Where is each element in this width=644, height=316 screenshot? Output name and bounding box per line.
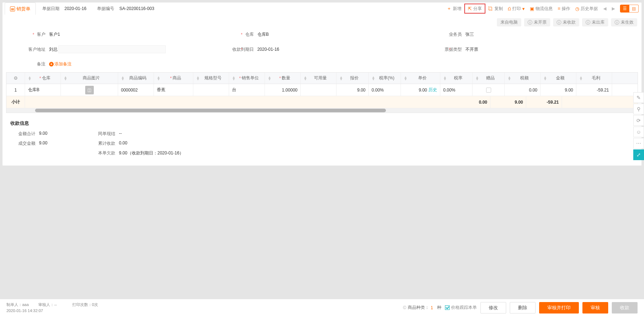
deal-value: 9.00 [39, 140, 47, 147]
copy-button[interactable]: ⿻复制 [486, 4, 505, 14]
scrollbar-thumb[interactable] [35, 109, 386, 112]
sales-label: 业务员 [426, 31, 465, 38]
cell-qty: 1.00000 [265, 84, 301, 96]
col-price[interactable]: ▲▼单价 [401, 73, 440, 84]
ops-button[interactable]: ⌗操作 [556, 4, 572, 14]
printcnt-value: 0次 [92, 302, 98, 307]
col-img[interactable]: ▲▼商品图片 [61, 73, 118, 84]
checkbox-icon [445, 305, 450, 310]
gear-icon: ⚙ [14, 75, 18, 81]
plus-icon: ＋ [447, 5, 451, 12]
gift-checkbox[interactable] [486, 88, 491, 93]
customer-value[interactable]: 客户1 [49, 31, 60, 38]
col-amount[interactable]: ▲▼金额 [541, 73, 576, 84]
logistics-button[interactable]: ▣物流信息 [528, 4, 555, 14]
addr-input[interactable] [58, 45, 166, 53]
col-warehouse[interactable]: ▲▼*仓库 [25, 73, 61, 84]
next-nav[interactable]: ▶ [609, 5, 617, 13]
history-button[interactable]: ◷历史单据 [573, 4, 600, 14]
rail-refresh[interactable]: ⟳ [633, 115, 644, 126]
copy-icon: ⿻ [488, 6, 493, 11]
cell-unit: 台 [229, 84, 265, 96]
col-tax[interactable]: ▲▼税额 [505, 73, 541, 84]
h-scrollbar[interactable] [6, 108, 638, 113]
truck-icon: ▣ [530, 6, 534, 11]
info-icon: i [586, 20, 590, 25]
right-rail: ✎ ⚲ ⟳ ☺ ⋯ ⤢ [633, 92, 644, 160]
view-list[interactable]: ☰ [620, 5, 629, 13]
addr-label: 客户地址 [10, 46, 49, 53]
header-meta: 单据日期2020-01-16 单据编号SA-20200116-003 [42, 6, 154, 12]
cell-avail [301, 84, 336, 96]
auditor-value: -- [54, 302, 57, 307]
audit-button[interactable]: 审核 [582, 302, 608, 313]
form-area: 客户客户1 仓库仓库B 业务员张三 客户地址刘总 收款到期日2020-01-16… [3, 28, 641, 72]
cell-gross: -59.21 [576, 84, 612, 96]
plus-circle-icon: + [49, 62, 54, 66]
chip-source: 来自电脑 [497, 18, 521, 26]
footer-time: 2020-01-16 14:32:07 [6, 308, 98, 313]
customer-label: 客户 [10, 31, 49, 38]
sales-value[interactable]: 张三 [465, 31, 474, 38]
status-chips: 来自电脑 i未开票 i未收款 i未出库 i未生效 [3, 15, 641, 28]
due-value[interactable]: 2020-01-16 [257, 47, 279, 52]
cell-taxrate: 0.00% [440, 84, 473, 96]
col-code[interactable]: ▲▼商品编码 [118, 73, 154, 84]
footer-info: 制单人：aaa 审核人：-- 打印次数：0次 2020-01-16 14:32:… [6, 302, 98, 313]
print-icon: ⎙ [508, 6, 511, 11]
price-history-link[interactable]: 历史 [428, 87, 437, 93]
rail-fullscreen[interactable]: ⤢ [633, 149, 644, 160]
cell-spec [193, 84, 229, 96]
subtotal-row: 小计 0.00 9.00 -59.21 [6, 96, 638, 108]
table-row[interactable]: 1 仓库B ◫ 0000002 香蕉 台 1.00000 9.00 0.00% … [6, 84, 638, 96]
warehouse-value[interactable]: 仓库B [257, 31, 269, 38]
col-taxrate[interactable]: ▲▼税率 [440, 73, 473, 84]
delete-button[interactable]: 删除 [510, 302, 536, 313]
print-button[interactable]: ⎙打印▾ [506, 4, 527, 14]
rail-attach[interactable]: ⚲ [633, 104, 644, 114]
col-qty[interactable]: ▲▼*数量 [265, 73, 301, 84]
warehouse-label: 仓库 [218, 31, 257, 38]
due-label: 收款到期日 [218, 46, 257, 53]
col-gear[interactable]: ⚙ [6, 73, 25, 84]
view-card[interactable]: ▤ [629, 5, 639, 13]
accpaid-value: 0.00 [119, 140, 127, 147]
sub-tax: 0.00 [455, 96, 490, 108]
prev-nav[interactable]: ◀ [601, 5, 609, 13]
info-icon: i [528, 20, 532, 25]
receipt-button: 收款 [612, 302, 638, 313]
col-avail[interactable]: ▲▼可用量 [301, 73, 336, 84]
cell-img: ◫ [61, 84, 118, 96]
document-icon [10, 6, 15, 11]
total-value: 9.00 [39, 131, 47, 137]
add-remark-link[interactable]: +添加备注 [49, 61, 72, 67]
inv-value[interactable]: 不开票 [465, 46, 478, 53]
col-quote[interactable]: ▲▼报价 [336, 73, 369, 84]
chip-unpaid: i未收款 [553, 18, 579, 26]
share-button[interactable]: ⇱分享 [466, 4, 484, 14]
share-icon: ⇱ [468, 6, 472, 11]
col-spec[interactable]: ▲▼规格型号 [193, 73, 229, 84]
rail-user[interactable]: ☺ [633, 127, 644, 137]
col-discrate[interactable]: ▲▼税率(%) [369, 73, 401, 84]
audit-print-button[interactable]: 审核并打印 [539, 302, 579, 313]
share-highlight: ⇱分享 [464, 4, 485, 14]
col-unit[interactable]: ▲▼*销售单位 [229, 73, 265, 84]
col-gross[interactable]: ▲▼毛利 [576, 73, 612, 84]
sub-gross: -59.21 [526, 96, 562, 108]
track-checkbox[interactable]: 价格跟踪本单 [445, 305, 477, 311]
doc-date: 2020-01-16 [64, 6, 86, 11]
cell-warehouse: 仓库B [25, 84, 61, 96]
rail-note[interactable]: ✎ [633, 92, 644, 103]
copyright-icon: © [403, 305, 406, 310]
grid-icon: ⌗ [558, 6, 560, 11]
tab-label: 销货单 [16, 6, 30, 12]
new-button[interactable]: ＋新增 [445, 4, 464, 14]
rail-more[interactable]: ⋯ [633, 138, 644, 149]
tab-sales-order[interactable]: 销货单 [5, 3, 36, 15]
col-gift[interactable]: ▲▼赠品 [473, 73, 505, 84]
col-product[interactable]: ▲▼*商品 [154, 73, 193, 84]
subtotal-label: 小计 [6, 96, 25, 108]
modify-button[interactable]: 修改 [480, 302, 506, 313]
kinds-stat: ©商品种类：1 种 [403, 305, 441, 311]
